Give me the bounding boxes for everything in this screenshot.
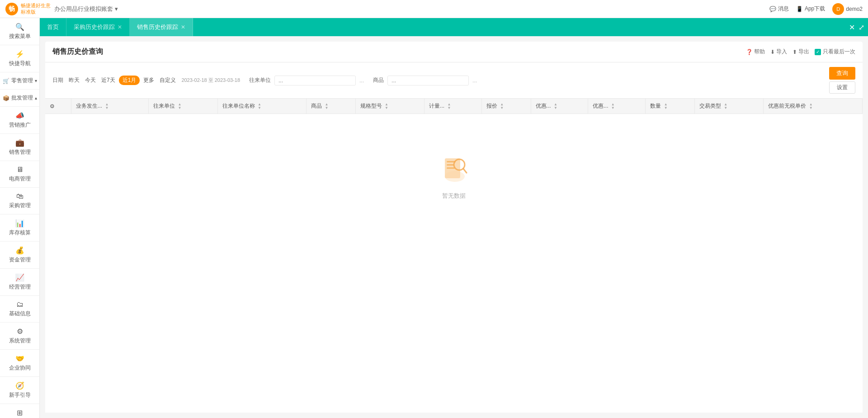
content-area: 首页 采购历史价跟踪 ✕ 销售历史价跟踪 ✕ ✕ ⤢ 销售历史价查询 <box>40 18 868 418</box>
chevron-up-icon: ▴ <box>35 95 37 100</box>
col-settings[interactable]: ⚙ <box>45 99 71 114</box>
sidebar-item-label: 零售管理 <box>11 77 33 85</box>
app-download-button[interactable]: 📱 App下载 <box>796 5 825 13</box>
import-button[interactable]: ⬇ 导入 <box>770 48 787 56</box>
download-icon: 📱 <box>796 6 803 12</box>
sidebar-item-label: 批发管理 <box>11 94 33 102</box>
user-area[interactable]: D demo2 <box>832 3 863 15</box>
date-option-last7days[interactable]: 近7天 <box>99 76 117 85</box>
product-input[interactable] <box>387 76 469 86</box>
ops-icon: 📈 <box>15 273 24 282</box>
sidebar-item-marketing[interactable]: 📣 营销推广 <box>0 107 39 134</box>
chevron-down-icon: ▾ <box>35 78 37 83</box>
partner-dots: ... <box>359 77 364 84</box>
logo-text: 畅捷通好生意 标准版 <box>21 3 51 14</box>
col-product[interactable]: 商品 ▲▼ <box>307 99 356 114</box>
top-bar-right: 💬 消息 📱 App下载 D demo2 <box>769 3 863 15</box>
col-pre-tax-price[interactable]: 优惠前无税单价 ▲▼ <box>764 99 863 114</box>
sidebar-item-sys-settings[interactable]: ⚙ 系统管理 <box>0 323 39 350</box>
sidebar-item-inventory[interactable]: 📊 库存核算 <box>0 214 39 242</box>
col-partner-name[interactable]: 往来单位名称 ▲▼ <box>217 99 306 114</box>
filter-bar: 日期 昨天 今天 近7天 近1月 更多 自定义 2023-02-18 至 202… <box>45 62 863 99</box>
sidebar-item-label: 销售管理 <box>9 148 31 156</box>
sidebar-item-new-guide[interactable]: 🧭 新手引导 <box>0 377 39 404</box>
partner-input[interactable] <box>274 76 356 86</box>
col-qty[interactable]: 数量 ▲▼ <box>646 99 695 114</box>
sort-icon: ▲▼ <box>500 103 504 110</box>
message-button[interactable]: 💬 消息 <box>769 5 789 13</box>
app-center-icon: ⊞ <box>17 408 23 417</box>
empty-state-text: 暂无数据 <box>442 192 466 200</box>
col-partner-code[interactable]: 往来单位 ▲▼ <box>149 99 218 114</box>
maximize-icon[interactable]: ⤢ <box>859 23 864 32</box>
col-trade-type[interactable]: 交易类型 ▲▼ <box>694 99 764 114</box>
sidebar-item-base-info[interactable]: 🗂 基础信息 <box>0 296 39 323</box>
sidebar-item-ops-mgmt[interactable]: 📈 经营管理 <box>0 269 39 296</box>
sidebar-item-retail-mgmt[interactable]: 🛒 零售管理 ▾ <box>0 72 39 90</box>
sidebar-item-finance-mgmt[interactable]: 💰 资金管理 <box>0 242 39 269</box>
close-window-icon[interactable]: ✕ <box>849 23 855 32</box>
col-biz-date[interactable]: 业务发生... ▲▼ <box>71 99 149 114</box>
date-option-today[interactable]: 今天 <box>83 76 98 85</box>
logo-icon: 畅 <box>5 3 18 15</box>
sidebar-item-label: 新手引导 <box>9 391 31 399</box>
page-header-actions: ❓ 帮助 ⬇ 导入 ⬆ 导出 ✓ 只看最后一次 <box>746 48 855 56</box>
collab-icon: 🤝 <box>15 354 24 363</box>
col-discount2[interactable]: 优惠... ▲▼ <box>588 99 646 114</box>
sort-icon: ▲▼ <box>325 103 328 110</box>
sort-icon: ▲▼ <box>258 103 261 110</box>
base-info-icon: 🗂 <box>16 300 24 309</box>
close-icon[interactable]: ✕ <box>181 24 185 30</box>
date-option-yesterday[interactable]: 昨天 <box>67 76 81 85</box>
tab-home[interactable]: 首页 <box>40 18 66 36</box>
page-title: 销售历史价查询 <box>52 47 103 57</box>
sidebar-item-quick-nav[interactable]: ⚡ 快捷导航 <box>0 45 39 72</box>
sidebar-item-sales-mgmt[interactable]: 💼 销售管理 <box>0 134 39 161</box>
settings-button[interactable]: 设置 <box>829 81 855 94</box>
date-option-last1month[interactable]: 近1月 <box>119 76 140 85</box>
help-button[interactable]: ❓ 帮助 <box>746 48 765 56</box>
col-discount1[interactable]: 优惠... ▲▼ <box>531 99 588 114</box>
col-unit[interactable]: 计量... ▲▼ <box>425 99 482 114</box>
empty-state: 暂无数据 <box>45 114 863 236</box>
sidebar-item-purchase-mgmt[interactable]: 🛍 采购管理 <box>0 188 39 214</box>
tab-bar: 首页 采购历史价跟踪 ✕ 销售历史价跟踪 ✕ ✕ ⤢ <box>40 18 868 36</box>
col-spec[interactable]: 规格型号 ▲▼ <box>355 99 425 114</box>
close-icon[interactable]: ✕ <box>118 24 122 30</box>
date-options: 昨天 今天 近7天 近1月 更多 自定义 <box>67 76 178 85</box>
page-header: 销售历史价查询 ❓ 帮助 ⬇ 导入 ⬆ 导出 ✓ <box>45 42 863 62</box>
import-icon: ⬇ <box>770 49 775 55</box>
only-last-checkbox[interactable]: ✓ 只看最后一次 <box>815 48 855 56</box>
date-range-display: 2023-02-18 至 2023-03-18 <box>181 77 240 84</box>
sidebar-item-search-menu[interactable]: 🔍 搜索菜单 <box>0 18 39 45</box>
sidebar-item-app-center[interactable]: ⊞ 应用中心 <box>0 404 39 418</box>
guide-icon: 🧭 <box>15 381 24 390</box>
purchase-icon: 🛍 <box>16 192 24 200</box>
export-button[interactable]: ⬆ 导出 <box>793 48 809 56</box>
sidebar-item-enterprise-collab[interactable]: 🤝 企业协同 <box>0 350 39 377</box>
sidebar-item-wholesale-mgmt[interactable]: 📦 批发管理 ▴ <box>0 90 39 107</box>
svg-rect-4 <box>447 167 455 169</box>
main-layout: 🔍 搜索菜单 ⚡ 快捷导航 🛒 零售管理 ▾ 📦 批发管理 ▴ 📣 营销推广 💼… <box>0 18 868 418</box>
sidebar-item-label: 资金管理 <box>9 256 31 264</box>
sidebar: 🔍 搜索菜单 ⚡ 快捷导航 🛒 零售管理 ▾ 📦 批发管理 ▴ 📣 营销推广 💼… <box>0 18 40 418</box>
wholesale-icon: 📦 <box>3 95 9 101</box>
sidebar-item-label: 采购管理 <box>9 202 31 209</box>
col-quote[interactable]: 报价 ▲▼ <box>482 99 531 114</box>
tab-purchase-history[interactable]: 采购历史价跟踪 ✕ <box>66 18 130 36</box>
date-option-custom[interactable]: 自定义 <box>158 76 178 85</box>
retail-icon: 🛒 <box>3 78 9 84</box>
sales-icon: 💼 <box>15 138 24 147</box>
sort-icon: ▲▼ <box>554 103 557 110</box>
product-dots: ... <box>472 77 477 84</box>
chevron-down-icon: ▾ <box>115 5 118 12</box>
app-title-area[interactable]: 办公用品行业模拟账套 ▾ <box>54 5 118 13</box>
tab-label: 销售历史价跟踪 <box>137 23 178 31</box>
tab-sales-history[interactable]: 销售历史价跟踪 ✕ <box>130 18 193 36</box>
date-option-more[interactable]: 更多 <box>142 76 156 85</box>
filter-actions: 查询 设置 <box>829 67 855 94</box>
sidebar-item-ecom-mgmt[interactable]: 🖥 电商管理 <box>0 161 39 188</box>
tab-label: 首页 <box>47 23 59 31</box>
partner-filter-label: 往来单位 <box>249 76 271 84</box>
query-button[interactable]: 查询 <box>829 67 855 80</box>
